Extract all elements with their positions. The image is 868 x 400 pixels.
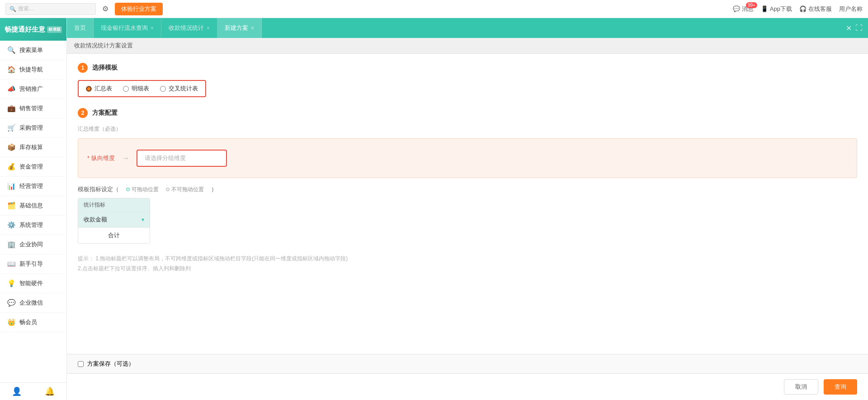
save-label: 方案保存（可选） (87, 360, 134, 368)
sidebar-item-member[interactable]: 👑 畅会员 (0, 313, 66, 332)
radio-detail-label: 明细表 (132, 85, 149, 93)
top-header: 🔍 搜索... ⚙ 体验行业方案 💬 消息 99+ 📱 App下载 🎧 在线客服… (0, 0, 868, 18)
save-checkbox[interactable] (78, 361, 84, 367)
message-icon-area[interactable]: 💬 消息 99+ (733, 5, 754, 13)
search-menu-icon: 🔍 (7, 46, 16, 54)
sidebar-item-system[interactable]: ⚙️ 系统管理 (0, 216, 66, 235)
sidebar-item-guide[interactable]: 📖 新手引导 (0, 254, 66, 274)
sidebar-item-hardware[interactable]: 💡 智能硬件 (0, 274, 66, 293)
member-icon: 👑 (7, 318, 16, 326)
sidebar-item-nav[interactable]: 🏠 快捷导航 (0, 60, 66, 80)
tab-cash-flow-close[interactable]: × (151, 25, 154, 31)
sidebar-item-label-purchase: 采购管理 (19, 124, 43, 132)
sidebar-item-marketing[interactable]: 📣 营销推广 (0, 80, 66, 99)
sidebar-item-label-nav: 快捷导航 (19, 66, 43, 74)
sidebar-item-basic-info[interactable]: 🗂️ 基础信息 (0, 196, 66, 216)
metrics-grid-header-text: 统计指标 (84, 202, 105, 208)
step2-header: 2 方案配置 (78, 108, 857, 118)
sidebar-item-label-guide: 新手引导 (19, 260, 43, 268)
management-icon: 📊 (7, 182, 16, 190)
metrics-total-label: 合计 (108, 232, 120, 239)
metrics-grid: 统计指标 收款金额 ▾ 合计 (78, 198, 150, 244)
dimension-input-box[interactable]: 请选择分组维度 (137, 150, 227, 167)
message-badge: 99+ (746, 2, 757, 8)
tab-collection-stats-close[interactable]: × (207, 25, 210, 31)
breadcrumb-text: 收款情况统计方案设置 (74, 42, 133, 49)
finance-icon: 💰 (7, 163, 16, 171)
footer-bar: 取消 查询 (67, 373, 868, 400)
radio-summary[interactable]: 汇总表 (86, 85, 112, 93)
sidebar-item-label-system: 系统管理 (19, 221, 43, 229)
sidebar-bottom: 👤 🔔 (0, 382, 66, 400)
dimension-arrow-icon: → (122, 154, 129, 162)
query-button[interactable]: 查询 (824, 379, 857, 395)
app-icon: 📱 (761, 5, 768, 12)
header-right: 💬 消息 99+ 📱 App下载 🎧 在线客服 用户名称 (733, 5, 863, 13)
sidebar-item-label-hardware: 智能硬件 (19, 279, 43, 287)
radio-detail-input[interactable] (123, 86, 129, 92)
metrics-cell-label: 收款金额 (84, 216, 107, 224)
search-bar[interactable]: 🔍 搜索... (5, 3, 96, 15)
step2-title: 方案配置 (92, 109, 118, 117)
inventory-icon: 📦 (7, 143, 16, 151)
metrics-label-close: ） (211, 185, 217, 193)
service-icon: 🎧 (799, 5, 807, 12)
chevron-down-icon[interactable]: ▾ (142, 216, 144, 223)
search-placeholder-text: 搜索... (18, 5, 33, 13)
hint-text-area: 提示： 1.拖动标题栏可以调整布局，不可跨维度或指标区域拖动栏目字段(只能在同一… (78, 254, 857, 273)
tab-close-all-icon[interactable]: ✕ (846, 24, 852, 33)
dimension-label-text: 汇总维度（必选） (78, 126, 121, 132)
no-drag-label: 不可拖动位置 (171, 186, 204, 193)
tab-maximize-icon[interactable]: ⛶ (855, 24, 863, 32)
message-icon: 💬 (733, 5, 740, 12)
tab-cash-flow[interactable]: 现金银行流水查询 × (94, 18, 161, 38)
drag-dot (126, 188, 130, 191)
tab-home[interactable]: 首页 (67, 18, 94, 38)
tab-new-plan[interactable]: 新建方案 × (217, 18, 262, 38)
template-select-row: 汇总表 明细表 交叉统计表 (78, 80, 206, 97)
sidebar-item-enterprise[interactable]: 🏢 企业协同 (0, 235, 66, 254)
radio-cross[interactable]: 交叉统计表 (160, 85, 198, 93)
sidebar-item-label-marketing: 营销推广 (19, 85, 43, 93)
sidebar-item-label-search: 搜索菜单 (19, 46, 43, 54)
cancel-button[interactable]: 取消 (784, 379, 818, 395)
radio-cross-input[interactable] (160, 86, 166, 92)
sidebar-bottom-icon-right[interactable]: 🔔 (45, 386, 55, 396)
settings-icon[interactable]: ⚙ (99, 3, 111, 15)
radio-summary-input[interactable] (86, 86, 92, 92)
dimension-area: 纵向维度 → 请选择分组维度 (78, 138, 857, 178)
step1-section: 1 选择模板 汇总表 明细表 (78, 63, 857, 97)
vertical-dim-label: 纵向维度 (87, 154, 115, 162)
sidebar-item-label-enterprise: 企业协同 (19, 240, 43, 249)
sidebar-item-search[interactable]: 🔍 搜索菜单 (0, 41, 66, 60)
sidebar-item-label-management: 经营管理 (19, 182, 43, 190)
trial-button[interactable]: 体验行业方案 (115, 3, 163, 15)
tab-bar-right: ✕ ⛶ (846, 18, 868, 38)
sidebar-item-finance[interactable]: 💰 资金管理 (0, 157, 66, 177)
weixin-icon: 💬 (7, 299, 16, 307)
app-download-area[interactable]: 📱 App下载 (761, 5, 792, 13)
basic-info-icon: 🗂️ (7, 202, 16, 210)
tab-collection-stats[interactable]: 收款情况统计 × (161, 18, 217, 38)
sidebar-item-sales[interactable]: 💼 销售管理 (0, 99, 66, 118)
online-service-area[interactable]: 🎧 在线客服 (799, 5, 832, 13)
sidebar-item-purchase[interactable]: 🛒 采购管理 (0, 118, 66, 138)
sidebar-item-label-member: 畅会员 (19, 318, 37, 326)
metrics-label-text: 模板指标设定（ (78, 185, 119, 193)
tab-new-plan-close[interactable]: × (251, 25, 254, 31)
sidebar-item-inventory[interactable]: 📦 库存核算 (0, 138, 66, 157)
sidebar-item-management[interactable]: 📊 经营管理 (0, 177, 66, 196)
metrics-grid-cell[interactable]: 收款金额 ▾ (78, 212, 150, 227)
sales-icon: 💼 (7, 104, 16, 113)
sidebar-bottom-icon-left[interactable]: 👤 (12, 386, 22, 396)
sidebar-item-label-inventory: 库存核算 (19, 143, 43, 151)
sidebar-item-weixin[interactable]: 💬 企业微信 (0, 293, 66, 313)
radio-detail[interactable]: 明细表 (123, 85, 149, 93)
step1-header: 1 选择模板 (78, 63, 857, 73)
service-label: 在线客服 (808, 5, 832, 13)
user-name[interactable]: 用户名称 (839, 5, 863, 13)
step1-number: 1 (78, 63, 88, 73)
dimension-config-label: 汇总维度（必选） (78, 125, 857, 133)
tab-bar: 首页 现金银行流水查询 × 收款情况统计 × 新建方案 × ✕ ⛶ (67, 18, 868, 38)
tab-cash-flow-label: 现金银行流水查询 (101, 24, 148, 32)
